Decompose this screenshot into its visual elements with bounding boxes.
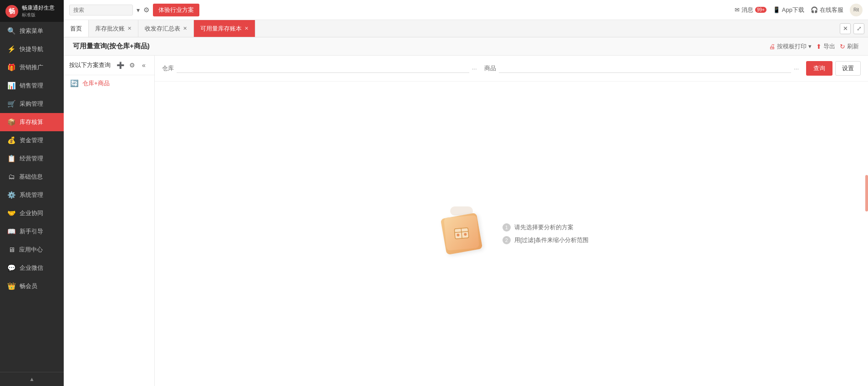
main-area: ▾ ⚙ 体验行业方案 ✉ 消息 99+ 📱 App下载 🎧 在线客服 Rit [64,0,868,386]
tab-available-inventory-close[interactable]: ✕ [244,26,249,31]
print-label: 按模板打印 [777,42,807,51]
wechat-icon: 💬 [7,264,16,272]
inventory-icon: 📦 [7,118,16,126]
sidebar-bottom[interactable]: ▲ [0,372,64,386]
page-header: 可用量查询(按仓库+商品) 🖨 按模板打印 ▾ ⬆ 导出 ↻ 刷新 [64,37,868,56]
topbar-right: ✉ 消息 99+ 📱 App下载 🎧 在线客服 Rit [735,4,863,16]
newbie-icon: 📖 [7,227,16,236]
left-panel: 按以下方案查询 ➕ ⚙ « 🔄 仓库+商品 [64,56,155,386]
sidebar-item-label: 应用中心 [19,246,43,254]
sidebar-item-operation[interactable]: 📋 经营管理 [0,149,64,168]
export-icon: ⬆ [816,43,822,50]
tab-maximize-button[interactable]: ⤢ [853,23,864,34]
goods-filter-group: 商品 ··· [484,64,799,73]
settings-icon[interactable]: ⚙ [143,6,149,14]
tab-batch-accounts-label: 库存批次账 [95,25,125,33]
export-button[interactable]: ⬆ 导出 [816,42,835,51]
sidebar-item-newbie[interactable]: 📖 新手引导 [0,222,64,241]
sidebar-item-label: 系统管理 [20,191,43,199]
online-service-label: 在线客服 [820,6,843,14]
sidebar-item-shortcut[interactable]: ⚡ 快捷导航 [0,40,64,58]
refresh-label: 刷新 [847,42,859,51]
sidebar-logo: 畅 畅康通好生意 标准版 [0,0,64,22]
sidebar-item-system[interactable]: ⚙️ 系统管理 [0,186,64,204]
finance-icon: 💰 [7,136,16,144]
online-service-button[interactable]: 🎧 在线客服 [811,6,843,14]
tab-home[interactable]: 首页 [64,20,89,37]
empty-state: 1 请先选择要分析的方案 2 用[过滤]条件来缩小分析范围 [155,82,868,386]
logo-text: 畅康通好生意 标准版 [22,5,55,18]
scheme-warehouse-goods[interactable]: 🔄 仓库+商品 [64,75,154,92]
tab-batch-accounts[interactable]: 库存批次账 ✕ [89,20,138,37]
tip-number-2: 2 [503,236,511,244]
query-button[interactable]: 查询 [806,61,832,76]
sidebar-item-label: 库存核算 [20,118,43,126]
tab-collection-summary-close[interactable]: ✕ [183,26,187,31]
edit-scheme-button[interactable]: ⚙ [127,60,137,70]
empty-tips: 1 请先选择要分析的方案 2 用[过滤]条件来缩小分析范围 [503,223,589,244]
refresh-icon: ↻ [840,43,845,50]
purchase-icon: 🛒 [7,100,16,108]
sidebar-item-sales[interactable]: 📊 销售管理 [0,77,64,95]
left-panel-header: 按以下方案查询 ➕ ⚙ « [64,56,154,75]
tip-text-2: 用[过滤]条件来缩小分析范围 [514,236,589,244]
goods-filter-more[interactable]: ··· [794,65,799,72]
print-dropdown-icon: ▾ [808,43,812,50]
dropdown-icon[interactable]: ▾ [137,6,140,14]
column-settings-button[interactable]: 设置 [835,61,861,76]
tip-text-1: 请先选择要分析的方案 [514,223,574,232]
filter-actions: 查询 设置 [806,61,861,76]
logo-icon: 畅 [5,5,18,18]
box-front [444,215,479,251]
sidebar-item-search[interactable]: 🔍 搜索菜单 [0,22,64,40]
sidebar-item-label: 企业微信 [20,264,43,272]
empty-tip-2: 2 用[过滤]条件来缩小分析范围 [503,236,589,244]
sidebar-item-member[interactable]: 👑 畅会员 [0,277,64,295]
sidebar-item-label: 新手引导 [20,227,43,236]
page-scrollbar[interactable] [865,175,868,211]
goods-filter-input[interactable] [499,64,792,73]
sidebar-item-wechat[interactable]: 💬 企业微信 [0,259,64,277]
tab-close-window-button[interactable]: ✕ [840,23,851,34]
sidebar-item-enterprise[interactable]: 🤝 企业协同 [0,204,64,222]
print-icon: 🖨 [769,43,775,50]
sidebar-item-basic[interactable]: 🗂 基础信息 [0,168,64,186]
tab-collection-summary-label: 收发存汇总表 [145,25,180,33]
sidebar-item-marketing[interactable]: 🎁 营销推广 [0,58,64,77]
warehouse-filter-label: 仓库 [162,64,174,72]
warehouse-goods-icon: 🔄 [70,79,79,87]
topbar: ▾ ⚙ 体验行业方案 ✉ 消息 99+ 📱 App下载 🎧 在线客服 Rit [64,0,868,20]
warehouse-filter-input[interactable] [177,64,469,73]
operation-icon: 📋 [7,154,16,163]
sidebar-item-purchase[interactable]: 🛒 采购管理 [0,95,64,113]
filter-row: 仓库 ··· 商品 ··· 查询 设置 [155,56,868,82]
search-input[interactable] [69,5,133,15]
sidebar-item-finance[interactable]: 💰 资金管理 [0,131,64,149]
empty-tip-1: 1 请先选择要分析的方案 [503,223,589,232]
sidebar-item-appstore[interactable]: 🖥 应用中心 [0,241,64,259]
print-button[interactable]: 🖨 按模板打印 ▾ [769,42,812,51]
refresh-button[interactable]: ↻ 刷新 [840,42,859,51]
tab-available-inventory[interactable]: 可用量库存账本 ✕ [194,20,255,37]
collapse-panel-button[interactable]: « [139,60,149,70]
export-label: 导出 [823,42,835,51]
system-icon: ⚙️ [7,191,16,199]
page-header-actions: 🖨 按模板打印 ▾ ⬆ 导出 ↻ 刷新 [769,42,859,51]
tip-number-1: 1 [503,223,511,232]
sidebar-item-label: 销售管理 [20,82,43,90]
sidebar-item-inventory[interactable]: 📦 库存核算 [0,113,64,131]
add-scheme-button[interactable]: ➕ [115,60,125,70]
message-button[interactable]: ✉ 消息 99+ [735,6,766,14]
warehouse-filter-more[interactable]: ··· [472,65,477,72]
sidebar-item-label: 基础信息 [19,173,43,181]
tab-home-label: 首页 [70,25,82,33]
app-download-button[interactable]: 📱 App下载 [773,6,804,14]
tabs-actions: ✕ ⤢ [836,23,868,34]
user-name: Rit [853,7,859,12]
tab-available-inventory-label: 可用量库存账本 [200,25,242,33]
user-avatar[interactable]: Rit [850,4,863,16]
tab-collection-summary[interactable]: 收发存汇总表 ✕ [138,20,194,37]
industry-solution-button[interactable]: 体验行业方案 [153,4,199,16]
content-area: 按以下方案查询 ➕ ⚙ « 🔄 仓库+商品 仓库 ··· [64,56,868,386]
tab-batch-accounts-close[interactable]: ✕ [127,26,132,31]
